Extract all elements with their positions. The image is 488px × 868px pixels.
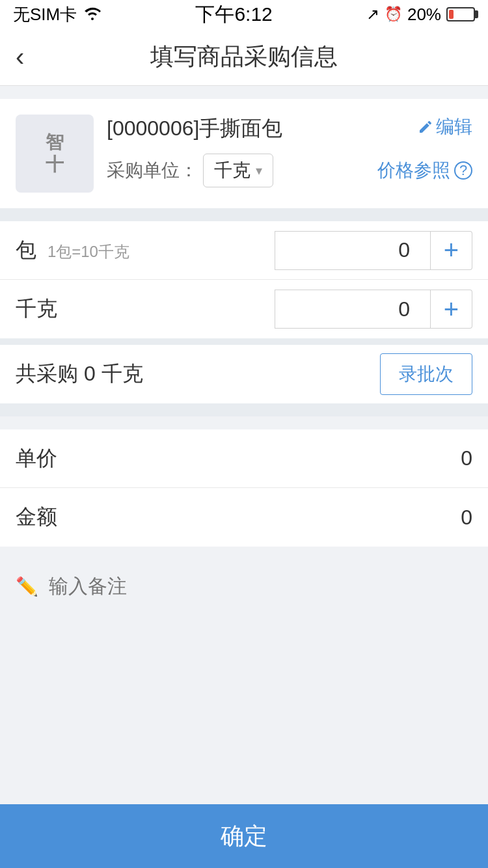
divider-2	[0, 338, 488, 345]
kg-label: 千克	[16, 295, 275, 323]
battery-percent: 20%	[407, 5, 441, 25]
kg-plus-button[interactable]: +	[431, 290, 472, 329]
status-right: ↗ ⏰ 20%	[366, 5, 475, 25]
bao-row: 包 1包=10千克 +	[0, 221, 488, 280]
unit-select[interactable]: 千克 ▾	[203, 154, 273, 187]
amount-row: 金额 0	[0, 488, 488, 547]
unit-price-row: 单价 0	[0, 429, 488, 488]
product-logo: 智 十	[46, 131, 64, 175]
help-icon: ?	[454, 161, 472, 180]
divider-1	[0, 208, 488, 221]
battery-icon	[446, 7, 475, 21]
location-icon: ↗	[366, 5, 379, 23]
product-header: [0000006]手撕面包 编辑	[107, 115, 472, 143]
kg-qty-input[interactable]	[275, 290, 431, 329]
product-unit-row: 采购单位： 千克 ▾ 价格参照 ?	[107, 154, 472, 187]
status-time: 下午6:12	[195, 1, 272, 28]
price-ref-label: 价格参照	[377, 158, 450, 183]
product-name: [0000006]手撕面包	[107, 115, 282, 143]
amount-value: 0	[461, 506, 472, 530]
unit-chevron-icon: ▾	[256, 163, 262, 178]
pencil-icon: ✏️	[16, 576, 38, 597]
product-info: [0000006]手撕面包 编辑 采购单位： 千克 ▾ 价格参照 ?	[107, 115, 472, 187]
product-image: 智 十	[16, 115, 94, 193]
kg-qty-wrapper: +	[275, 290, 472, 329]
wifi-icon	[83, 5, 102, 25]
carrier-label: 无SIM卡	[13, 3, 77, 26]
bao-plus-button[interactable]: +	[431, 231, 472, 270]
price-ref-button[interactable]: 价格参照 ?	[377, 158, 472, 183]
amount-label: 金额	[16, 503, 57, 532]
bao-label: 包 1包=10千克	[16, 236, 275, 265]
remark-section: ✏️	[0, 560, 488, 613]
edit-label: 编辑	[436, 115, 472, 139]
bao-qty-wrapper: +	[275, 231, 472, 270]
batch-button[interactable]: 录批次	[380, 353, 472, 395]
remark-input[interactable]	[49, 575, 472, 597]
nav-bar: ‹ 填写商品采购信息	[0, 29, 488, 86]
kg-row: 千克 +	[0, 280, 488, 338]
content-spacer	[0, 613, 488, 815]
confirm-label: 确定	[221, 821, 267, 852]
page-title: 填写商品采购信息	[150, 41, 338, 73]
price-section: 单价 0 金额 0	[0, 429, 488, 547]
back-button[interactable]: ‹	[16, 42, 24, 72]
confirm-button[interactable]: 确定	[0, 804, 488, 868]
bao-sub: 1包=10千克	[47, 243, 129, 260]
divider-3	[0, 403, 488, 416]
quantity-section: 包 1包=10千克 + 千克 +	[0, 221, 488, 338]
product-card: 智 十 [0000006]手撕面包 编辑 采购单位： 千克 ▾ 价格参照	[0, 99, 488, 208]
unit-label: 采购单位：	[107, 158, 198, 183]
bao-qty-input[interactable]	[275, 231, 431, 270]
unit-value: 千克	[214, 158, 251, 183]
unit-price-value: 0	[461, 446, 472, 470]
edit-button[interactable]: 编辑	[418, 115, 472, 139]
unit-price-label: 单价	[16, 444, 57, 473]
status-bar: 无SIM卡 下午6:12 ↗ ⏰ 20%	[0, 0, 488, 29]
status-left: 无SIM卡	[13, 3, 102, 26]
summary-row: 共采购 0 千克 录批次	[0, 345, 488, 403]
summary-text: 共采购 0 千克	[16, 360, 143, 388]
alarm-icon: ⏰	[385, 6, 402, 23]
